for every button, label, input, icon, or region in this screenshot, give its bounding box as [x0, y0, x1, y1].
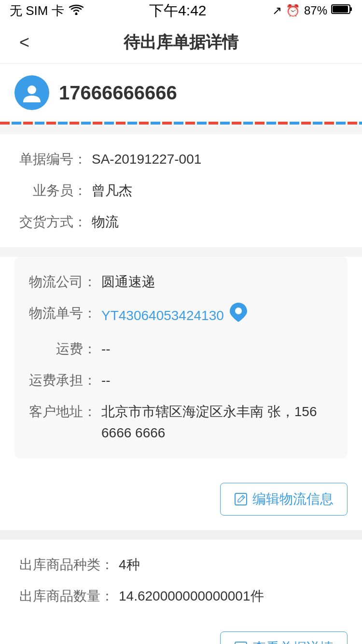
svg-point-5: [235, 308, 242, 314]
goods-types-label: 出库商品种类：: [19, 554, 114, 576]
customer-header: 17666666666: [0, 64, 362, 122]
goods-quantity-label: 出库商品数量：: [19, 586, 114, 607]
address-label: 客户地址：: [29, 401, 97, 423]
goods-types-value: 4种: [119, 554, 343, 576]
address-value: 北京市市辖区海淀区永丰南 张，156 6666 6666: [101, 401, 333, 445]
goods-types-row: 出库商品种类： 4种: [19, 554, 343, 576]
customer-phone: 17666666666: [59, 82, 177, 104]
address-row: 客户地址： 北京市市辖区海淀区永丰南 张，156 6666 6666: [29, 401, 333, 445]
view-detail-button[interactable]: 查看单据详情: [220, 631, 348, 644]
svg-rect-2: [350, 7, 352, 11]
view-detail-label: 查看单据详情: [252, 639, 334, 644]
logistics-outer: 物流公司： 圆通速递 物流单号： YT43064053424130: [0, 257, 362, 473]
tracking-value-wrap: YT43064053424130: [101, 303, 333, 329]
tracking-row: 物流单号： YT43064053424130: [29, 303, 333, 329]
location-status-icon: ↗: [272, 4, 282, 17]
order-info-section: 单据编号： SA-20191227-001 业务员： 曾凡杰 交货方式： 物流: [0, 134, 362, 247]
status-bar: 无 SIM 卡 下午4:42 ↗ ⏰ 87%: [0, 0, 362, 21]
svg-point-4: [28, 85, 36, 94]
company-value: 圆通速递: [101, 271, 333, 293]
logistics-card: 物流公司： 圆通速递 物流单号： YT43064053424130: [14, 257, 348, 459]
view-detail-btn-area: 查看单据详情: [0, 622, 362, 644]
carrier-text: 无 SIM 卡: [10, 2, 64, 19]
avatar: [14, 75, 49, 110]
company-label: 物流公司：: [29, 271, 97, 293]
nav-bar: < 待出库单据详情: [0, 21, 362, 64]
svg-rect-6: [235, 493, 247, 505]
freight-bearer-row: 运费承担： --: [29, 370, 333, 392]
section-divider: [0, 530, 362, 540]
list-icon: [234, 641, 248, 644]
delivery-method-value: 物流: [92, 211, 343, 233]
battery-icon: [331, 4, 352, 17]
sales-person-row: 业务员： 曾凡杰: [19, 180, 343, 202]
tracking-label: 物流单号：: [29, 303, 97, 324]
status-left: 无 SIM 卡: [10, 2, 84, 19]
edit-logistics-label: 编辑物流信息: [252, 490, 334, 508]
wifi-icon: [69, 3, 84, 18]
svg-rect-7: [235, 642, 247, 644]
sales-person-value: 曾凡杰: [92, 180, 343, 202]
sales-person-label: 业务员：: [19, 180, 87, 202]
tracking-no: YT43064053424130: [101, 305, 224, 327]
status-right: ↗ ⏰ 87%: [272, 4, 352, 17]
order-no-label: 单据编号：: [19, 149, 87, 170]
page-title: 待出库单据详情: [124, 31, 238, 54]
company-row: 物流公司： 圆通速递: [29, 271, 333, 293]
svg-rect-3: [333, 6, 348, 13]
edit-logistics-btn-area: 编辑物流信息: [0, 473, 362, 530]
order-no-value: SA-20191227-001: [92, 149, 343, 170]
goods-section: 出库商品种类： 4种 出库商品数量： 14.620000000000001件: [0, 540, 362, 622]
svg-point-0: [75, 13, 77, 15]
battery-text: 87%: [304, 4, 327, 17]
status-time: 下午4:42: [149, 1, 206, 21]
order-no-row: 单据编号： SA-20191227-001: [19, 149, 343, 170]
freight-bearer-value: --: [101, 370, 333, 392]
back-button[interactable]: <: [14, 28, 34, 57]
goods-quantity-row: 出库商品数量： 14.620000000000001件: [19, 586, 343, 607]
goods-quantity-value: 14.620000000000001件: [119, 586, 343, 607]
edit-logistics-button[interactable]: 编辑物流信息: [220, 483, 348, 516]
freight-value: --: [101, 338, 333, 360]
alarm-icon: ⏰: [286, 4, 300, 17]
edit-icon: [234, 492, 248, 506]
freight-row: 运费： --: [29, 338, 333, 360]
delivery-method-row: 交货方式： 物流: [19, 211, 343, 233]
location-pin-icon[interactable]: [230, 303, 247, 329]
freight-label: 运费：: [29, 338, 97, 360]
freight-bearer-label: 运费承担：: [29, 370, 97, 392]
delivery-method-label: 交货方式：: [19, 211, 87, 233]
